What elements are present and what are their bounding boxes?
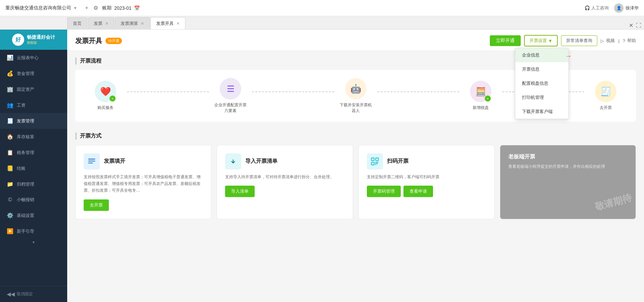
play-circle-icon[interactable]: ▷ <box>601 38 604 43</box>
scroll-down-btn[interactable]: ▼ <box>32 240 35 244</box>
tab-label: 发票开具 <box>156 21 174 27</box>
method-card-scan-header: 扫码开票 <box>367 153 486 169</box>
top-bar-right: 🎧 人工咨询 👤 徐泽华 <box>585 3 639 13</box>
step-label-3: 下载并安装开票机器人 <box>339 102 373 114</box>
dropdown-item-invoice-info[interactable]: 开票信息 <box>515 62 568 76</box>
sidebar-item-shuiwu[interactable]: 📋 税务管理 <box>0 145 67 160</box>
play-icon: ▶️ <box>7 228 13 234</box>
sidebar-item-fapiao[interactable]: 🧾 发票管理 <box>0 113 67 129</box>
tax-icon: 📋 <box>7 149 13 156</box>
help-circle-icon[interactable]: ? <box>623 38 625 43</box>
methods-grid: 发票填开 支持按照发票样式手工填开发票；可开具增值税电子普通发票、增值税普通发票… <box>75 145 636 219</box>
logo-icon: 好 <box>12 34 24 46</box>
invoice-settings-dropdown: 企业信息 → 开票信息 配置税盘信息 打印机管理 下载开票客户端 <box>515 48 569 119</box>
top-bar: 重庆畅捷交通信息咨询有限公司 ▼ ＋ ⚙ 账期 2023-01 📅 🎧 人工咨询… <box>0 0 644 16</box>
step-label-2: 企业开通配置开票六要素 <box>214 102 247 114</box>
methods-section-title: 开票方式 <box>75 133 636 140</box>
svg-rect-8 <box>376 163 378 164</box>
flow-step-1: ❤️ + 购买服务 <box>85 81 126 111</box>
status-badge: 待开通 <box>105 38 122 44</box>
tab-invoice-issue[interactable]: 发票开具 ✕ <box>151 17 185 29</box>
sidebar-item-cancel-pin[interactable]: ◀◀ 取消固定 <box>0 286 67 302</box>
tab-invoice[interactable]: 发票 ✕ <box>88 17 114 29</box>
logo-text: 畅捷通好会计 <box>27 34 55 40</box>
step-icon-1: ❤️ + <box>95 81 116 102</box>
dropdown-item-company-info[interactable]: 企业信息 → <box>515 48 568 62</box>
dropdown-item-download-client[interactable]: 下载开票客户端 <box>515 105 568 119</box>
sidebar-item-gudingzichan[interactable]: 🏢 固定资产 <box>0 81 67 97</box>
svg-rect-0 <box>88 158 95 159</box>
sidebar-item-xinshouyindao[interactable]: ▶️ 新手引导 <box>0 223 67 239</box>
dropdown-arrow-icon: ▼ <box>548 38 553 43</box>
method-title-boss: 老板端开票 <box>508 153 628 160</box>
svg-rect-5 <box>371 158 374 160</box>
dropdown-item-taxdisk[interactable]: 配置税盘信息 <box>515 76 568 90</box>
svg-rect-1 <box>88 160 95 161</box>
tab-close-icon[interactable]: ✕ <box>105 21 109 26</box>
step-connector-3 <box>377 91 459 92</box>
scan-icon <box>367 153 383 169</box>
fill-icon <box>84 153 100 169</box>
method-desc-boss: 查看老板端小程序提交的开票申请，并作出相应的处理 <box>508 163 628 170</box>
sidebar-item-jichushezhi[interactable]: ⚙️ 基础设置 <box>0 207 67 223</box>
content-area: 发票开具 待开通 立即开通 开票设置 ▼ 异常清单查询 ▷ 视频 | ? 帮助 <box>67 30 644 302</box>
step-connector-2 <box>252 91 334 92</box>
sidebar-item-jiezhang[interactable]: 📒 结账 <box>0 160 67 176</box>
tab-invoice-calc[interactable]: 发票测算 ✕ <box>115 17 150 29</box>
company-selector[interactable]: 重庆畅捷交通信息咨询有限公司 ▼ <box>5 5 77 11</box>
view-apply-button[interactable]: 查看申请 <box>403 186 433 197</box>
tab-close-icon[interactable]: ✕ <box>141 21 144 26</box>
import-icon <box>225 153 241 169</box>
tab-label: 发票 <box>94 21 102 27</box>
immediate-open-button[interactable]: 立即开通 <box>490 35 521 46</box>
step-label-1: 购买服务 <box>97 105 114 111</box>
video-help-area: ▷ 视频 | ? 帮助 <box>601 38 636 44</box>
sidebar-item-zijin[interactable]: 💰 资金管理 <box>0 66 67 81</box>
add-icon[interactable]: ＋ <box>84 4 89 11</box>
step-icon-3: 🤖 <box>345 78 367 100</box>
sidebar-bottom: ◀◀ 取消固定 <box>0 286 67 302</box>
dropdown-item-printer[interactable]: 打印机管理 <box>515 90 568 105</box>
step-badge-1: + <box>110 96 116 102</box>
sidebar: 好 畅捷通好会计 旗舰版 📊 云报表中心 💰 资金管理 🏢 固定资产 👥 工资 … <box>0 30 67 302</box>
tab-label: 首页 <box>73 21 82 27</box>
logo-badge: 旗舰版 <box>27 40 55 45</box>
tab-label: 发票测算 <box>121 21 138 27</box>
invoice-settings-button[interactable]: 开票设置 ▼ <box>524 35 558 46</box>
maximize-icon[interactable]: ⛶ <box>636 23 641 29</box>
money-icon: 💰 <box>7 70 13 77</box>
method-card-boss: 老板端开票 查看老板端小程序提交的开票申请，并作出相应的处理 敬请期待 <box>500 145 636 219</box>
company-name: 重庆畅捷交通信息咨询有限公司 <box>5 5 71 11</box>
import-list-button[interactable]: 导入清单 <box>225 186 255 197</box>
tab-close-icon[interactable]: ✕ <box>176 21 180 26</box>
method-card-fill: 发票填开 支持按照发票样式手工填开发票；可开具增值税电子普通发票、增值税普通发票… <box>75 145 211 219</box>
book-icon: 📒 <box>7 165 13 172</box>
red-arrow-icon: → <box>565 52 572 60</box>
consulting-button[interactable]: 🎧 人工咨询 <box>585 5 609 11</box>
method-desc-import: 支持导入待开票清单，可对待开票清单进行拆分、合并处理。 <box>225 174 344 180</box>
flow-step-4: 🧮 + 新增税盘 <box>461 81 501 111</box>
abnormal-query-button[interactable]: 异常清单查询 <box>561 35 597 46</box>
sidebar-item-xiaochang[interactable]: © 小畅报销 <box>0 192 67 207</box>
calendar-icon[interactable]: 📅 <box>134 5 140 11</box>
method-action-fill: 去开票 <box>84 199 203 211</box>
main-layout: 好 畅捷通好会计 旗舰版 📊 云报表中心 💰 资金管理 🏢 固定资产 👥 工资 … <box>0 30 644 302</box>
header-actions: 立即开通 开票设置 ▼ 异常清单查询 ▷ 视频 | ? 帮助 企业信息 <box>490 35 636 46</box>
step-label-5: 去开票 <box>600 105 612 111</box>
qr-manage-button[interactable]: 开票码管理 <box>367 186 401 197</box>
fill-invoice-button[interactable]: 去开票 <box>84 199 109 211</box>
avatar: 👤 <box>614 3 624 13</box>
chart-icon: 📊 <box>7 54 13 61</box>
user-info[interactable]: 👤 徐泽华 <box>614 3 639 13</box>
sidebar-item-guidang[interactable]: 📁 归档管理 <box>0 176 67 192</box>
watermark-text: 敬请期待 <box>594 191 633 214</box>
close-window-icon[interactable]: ✕ <box>629 22 633 29</box>
tab-home[interactable]: 首页 <box>67 17 87 29</box>
step-icon-4: 🧮 + <box>470 81 491 102</box>
sidebar-item-gongzi[interactable]: 👥 工资 <box>0 97 67 113</box>
home-icon: 🏠 <box>7 134 13 140</box>
scroll-indicator: ▼ <box>0 239 67 246</box>
settings-icon[interactable]: ⚙ <box>93 5 98 11</box>
sidebar-item-kucun[interactable]: 🏠 库存核算 <box>0 129 67 145</box>
sidebar-item-yunbiao[interactable]: 📊 云报表中心 <box>0 50 67 66</box>
